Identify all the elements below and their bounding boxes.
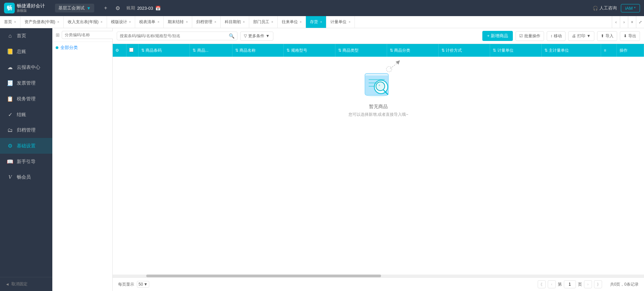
col-header-spec[interactable]: ⇅ 规格型号 [284,44,335,57]
move-button[interactable]: ↕ 移动 [547,31,566,41]
tab-nav-left[interactable]: ‹ [612,16,620,28]
print-button[interactable]: 🖨 打印 ▼ [568,31,594,41]
tab-tax-label: 税表清单 [139,19,155,25]
add-product-button[interactable]: + 新增商品 [482,31,513,41]
tab-fullscreen[interactable]: ⤢ [636,16,644,28]
horizontal-scrollbar[interactable] [113,275,644,277]
tab-unit-close[interactable]: × [348,20,351,24]
sidebar-item-tax[interactable]: 📋 税务管理 [0,91,52,107]
sidebar-item-reports[interactable]: ☁ 云报表中心 [0,59,52,75]
account-button[interactable]: iAM * [621,4,640,12]
col-header-barcode[interactable]: ⇅ 商品条码 [138,44,190,57]
sidebar-item-ledger[interactable]: 📒 总账 [0,44,52,59]
period-calendar-icon[interactable]: 📅 [155,6,161,11]
sidebar-guide-label: 新手引导 [17,159,36,165]
tab-subject[interactable]: 科目期初 × [221,16,249,28]
tab-nav-right[interactable]: › [620,16,628,28]
tab-period-end-close[interactable]: × [186,20,188,24]
tab-dept-close[interactable]: × [271,20,273,24]
tab-inventory[interactable]: 存货 × [306,16,326,28]
col-action-label: 操作 [620,48,628,53]
all-category-item[interactable]: 全部分类 [52,42,112,53]
col-unit-label: 计量单位 [497,48,514,53]
col-header-extra[interactable]: ≡ [601,44,617,57]
reports-icon: ☁ [7,64,13,70]
tab-tax-close[interactable]: × [157,20,159,24]
scrollbar-thumb[interactable] [146,275,381,277]
period-label: 账期 [126,5,135,11]
export-button[interactable]: ⬇ 导出 [620,31,640,41]
tab-tax[interactable]: 税表清单 × [135,16,164,28]
prev-page-button[interactable]: ‹ [548,280,556,288]
tab-archive-close[interactable]: × [214,20,216,24]
guide-icon: 📖 [7,158,13,165]
sidebar-archive-label: 归档管理 [17,127,36,133]
last-page-button[interactable]: ⟫ [594,280,602,288]
sidebar-item-invoice[interactable]: 🧾 发票管理 [0,75,52,91]
page-number-input[interactable] [564,280,576,288]
print-icon: 🖨 [572,34,576,38]
tab-home[interactable]: 首页 × [0,16,20,28]
workspace-selector[interactable]: 基层工会测试 ▼ [55,4,94,12]
sidebar-item-settings[interactable]: ⚙ 基础设置 [0,138,52,154]
tab-inventory-close[interactable]: × [320,20,322,24]
filter-button[interactable]: ▽ 更多条件 ▼ [240,32,273,41]
consulting-button[interactable]: 🎧 人工咨询 [593,5,617,11]
sidebar-item-archive[interactable]: 🗂 归档管理 [0,123,52,138]
tab-home-close[interactable]: × [14,20,16,24]
col-header-unit[interactable]: ⇅ 计量单位 [490,44,542,57]
col-header-name[interactable]: ⇅ 商品名称 [232,44,284,57]
tab-archive[interactable]: 归档管理 × [192,16,221,28]
sidebar-item-settlement[interactable]: ✓ 结账 [0,107,52,123]
tab-template-label: 模版设计 [111,19,127,25]
tab-income-close[interactable]: × [101,20,103,24]
select-all-checkbox[interactable] [129,48,133,52]
tab-period-end[interactable]: 期末结转 × [164,16,192,28]
col-main-unit-label: 主计量单位 [549,48,569,53]
sidebar: ⌂ 首页 📒 总账 ☁ 云报表中心 🧾 发票管理 📋 税务管理 ✓ 结账 🗂 归… [0,28,52,291]
col-header-settings[interactable]: ⚙ [113,44,126,57]
col-header-pricing[interactable]: ⇅ 计价方式 [438,44,490,57]
sidebar-item-member[interactable]: V 畅会员 [0,169,52,185]
period-info: 账期 2023-03 📅 [126,5,161,11]
next-page-button[interactable]: › [584,280,592,288]
col-header-main-unit[interactable]: ⇅ 主计量单位 [542,44,601,57]
print-arrow-icon: ▼ [587,34,591,38]
first-page-button[interactable]: ⟪ [538,280,546,288]
tab-template-close[interactable]: × [129,20,131,24]
tab-contacts-close[interactable]: × [300,20,302,24]
sidebar-settings-label: 基础设置 [17,143,36,149]
col-header-type[interactable]: ⇅ 商品类型 [335,44,387,57]
header-right: 🎧 人工咨询 iAM * [593,4,640,12]
tab-income[interactable]: 收入支出表(年报) × [64,16,107,28]
batch-operation-button[interactable]: ☑ 批量操作 [516,31,544,41]
main-layout: ⌂ 首页 📒 总账 ☁ 云报表中心 🧾 发票管理 📋 税务管理 ✓ 结账 🗂 归… [0,28,644,291]
category-search-input[interactable] [62,31,118,39]
tab-unit[interactable]: 计量单位 × [326,16,355,28]
col-code-label: 商品... [197,48,209,53]
main-search-box[interactable]: 🔍 [117,32,237,40]
tab-dept[interactable]: 部门员工 × [249,16,278,28]
sidebar-item-guide[interactable]: 📖 新手引导 [0,154,52,169]
settings-icon-btn[interactable]: ⚙ [113,3,122,13]
page-size-select[interactable]: 50 ▼ [137,281,149,288]
empty-state: 暂无商品 您可以选择新增,或者直接导入哦~ [113,57,644,131]
add-button[interactable]: + [101,3,110,13]
empty-illustration [352,57,405,104]
tab-template[interactable]: 模版设计 × [107,16,136,28]
tab-subject-close[interactable]: × [243,20,245,24]
main-search-icon[interactable]: 🔍 [229,33,234,39]
col-header-code[interactable]: ⇅ 商品... [190,44,232,57]
tab-close-all[interactable]: × [628,16,636,28]
sidebar-item-home[interactable]: ⌂ 首页 [0,28,52,44]
col-header-category[interactable]: ⇅ 商品分类 [387,44,438,57]
tab-balance-sheet[interactable]: 资产负债表(中期) × [20,16,64,28]
tab-balance-sheet-close[interactable]: × [57,20,59,24]
unpin-button[interactable]: ◄ 取消固定 [0,277,52,291]
col-header-checkbox[interactable] [126,44,138,57]
import-button[interactable]: ⬆ 导入 [597,31,617,41]
sidebar-member-label: 畅会员 [17,174,31,180]
empty-sub-text: 您可以选择新增,或者直接导入哦~ [348,112,408,117]
main-search-input[interactable] [120,34,227,38]
tab-contacts[interactable]: 往来单位 × [278,16,306,28]
